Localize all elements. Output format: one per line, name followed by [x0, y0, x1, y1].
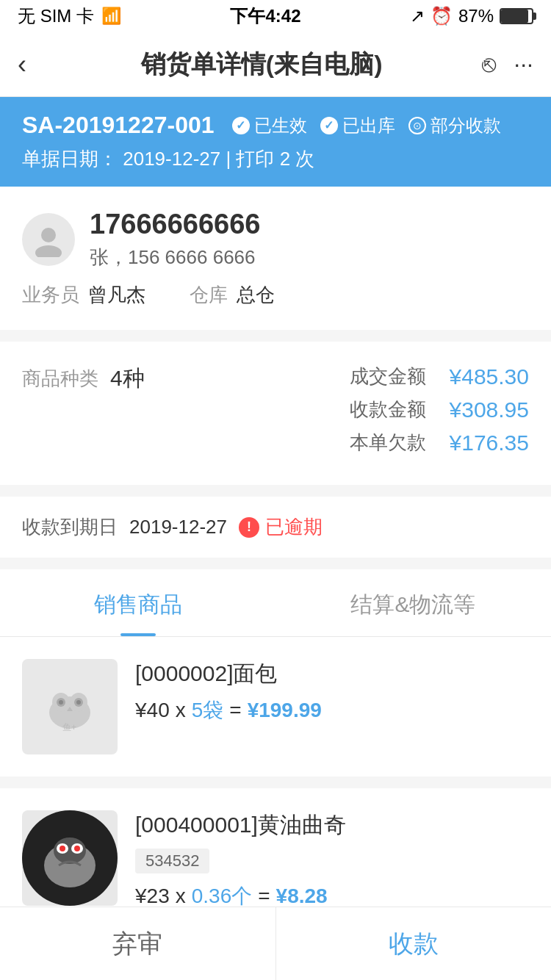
customer-contact: 张，156 6666 6666 [90, 245, 260, 270]
svg-point-1 [35, 245, 62, 257]
product-qty-1: 5袋 [192, 696, 224, 724]
amount-value-1: ¥308.95 [441, 397, 529, 422]
header-band: SA-20191227-001 ✓ 已生效 ✓ 已出库 ⊙ 部分收款 单据日期：… [0, 97, 551, 187]
svg-point-7 [59, 700, 63, 705]
customer-phone: 17666666666 [90, 209, 260, 240]
carrier-label: 无 SIM 卡 [18, 4, 94, 28]
nav-bar: ‹ 销货单详情(来自电脑) ⎋ ··· [0, 32, 551, 97]
clock-icon: ⊙ [408, 117, 426, 134]
product-info-2: [000400001]黄油曲奇 534532 ¥23 x 0.36个 = ¥8.… [135, 810, 529, 910]
amount-row-1: 收款金额 ¥308.95 [350, 397, 529, 422]
summary-left: 商品种类 4种 [22, 364, 145, 394]
sales-name: 曾凡杰 [88, 282, 145, 308]
status-badge-effective: ✓ 已生效 [232, 114, 307, 137]
check-icon-1: ✓ [232, 117, 250, 134]
status-bar: 无 SIM 卡 📶 下午4:42 ↗ ⏰ 87% [0, 0, 551, 32]
amount-label-0: 成交金额 [350, 364, 426, 389]
summary-right: 成交金额 ¥485.30 收款金额 ¥308.95 本单欠款 ¥176.35 [350, 364, 529, 463]
status-badge-shipped: ✓ 已出库 [320, 114, 395, 137]
product-name-1: [0000002]面包 [135, 659, 529, 689]
status-right: ↗ ⏰ 87% [410, 6, 533, 26]
list-item: 鱼+ [0000002]面包 ¥40 x 5袋 = ¥199.99 [0, 637, 551, 777]
amount-label-2: 本单欠款 [350, 430, 426, 455]
due-date-section: 收款到期日 2019-12-27 ! 已逾期 [0, 497, 551, 558]
due-date-value: 2019-12-27 [129, 516, 227, 538]
multiply-icon-1: x [176, 699, 186, 722]
types-count: 4种 [110, 364, 145, 394]
battery-percent: 87% [458, 6, 494, 26]
tabs-row: 销售商品 结算&物流等 [0, 569, 551, 637]
overdue-text: 已逾期 [265, 514, 323, 540]
status-badge-partial: ⊙ 部分收款 [408, 114, 501, 137]
battery-icon [500, 8, 533, 24]
back-button[interactable]: ‹ [18, 42, 41, 87]
svg-point-8 [76, 700, 81, 705]
avatar [22, 213, 75, 266]
customer-meta: 业务员 曾凡杰 仓库 总仓 [22, 282, 529, 308]
product-price-1: ¥40 [135, 699, 170, 722]
amount-value-2: ¥176.35 [441, 430, 529, 455]
equals-icon-1: = [229, 699, 241, 722]
summary-section: 商品种类 4种 成交金额 ¥485.30 收款金额 ¥308.95 本单欠款 ¥… [0, 342, 551, 485]
more-icon[interactable]: ··· [514, 51, 533, 78]
product-total-2: ¥8.28 [276, 884, 328, 908]
location-icon: ↗ [410, 6, 425, 26]
bottom-bar: 弃审 收款 [0, 907, 551, 980]
product-thumb-2 [22, 810, 118, 906]
status-left: 无 SIM 卡 📶 [18, 4, 121, 28]
amount-value-0: ¥485.30 [441, 364, 529, 389]
due-label: 收款到期日 [22, 514, 118, 540]
svg-point-16 [60, 846, 65, 851]
amount-label-1: 收款金额 [350, 397, 426, 422]
sales-label: 业务员 [22, 282, 79, 308]
check-icon-2: ✓ [320, 117, 338, 134]
cancel-button[interactable]: 弃审 [0, 907, 276, 980]
types-label: 商品种类 [22, 366, 98, 392]
customer-details: 17666666666 张，156 6666 6666 [90, 209, 260, 270]
tabs-section: 销售商品 结算&物流等 [0, 569, 551, 637]
customer-row: 17666666666 张，156 6666 6666 [22, 209, 529, 270]
overdue-badge: ! 已逾期 [239, 514, 323, 540]
overdue-icon: ! [239, 517, 259, 538]
amount-row-2: 本单欠款 ¥176.35 [350, 430, 529, 455]
wifi-icon: 📶 [101, 7, 121, 26]
status-badges: ✓ 已生效 ✓ 已出库 ⊙ 部分收款 [232, 114, 501, 137]
page-title: 销货单详情(来自电脑) [41, 48, 482, 82]
warehouse-meta: 仓库 总仓 [190, 282, 275, 308]
amount-row-0: 成交金额 ¥485.30 [350, 364, 529, 389]
svg-point-17 [74, 846, 80, 851]
product-types: 商品种类 4种 [22, 364, 145, 394]
product-price-row-1: ¥40 x 5袋 = ¥199.99 [135, 696, 529, 724]
alarm-icon: ⏰ [431, 6, 453, 26]
nav-actions: ⎋ ··· [482, 51, 533, 78]
multiply-icon-2: x [176, 884, 186, 908]
product-total-1: ¥199.99 [248, 699, 322, 722]
time-label: 下午4:42 [230, 4, 300, 28]
order-id: SA-20191227-001 [22, 112, 215, 139]
warehouse-label: 仓库 [190, 282, 228, 308]
svg-text:鱼+: 鱼+ [62, 722, 76, 732]
share-icon[interactable]: ⎋ [482, 51, 496, 78]
equals-icon-2: = [258, 884, 270, 908]
product-info-1: [0000002]面包 ¥40 x 5袋 = ¥199.99 [135, 659, 529, 724]
order-date-line: 单据日期： 2019-12-27 | 打印 2 次 [22, 146, 529, 172]
sales-meta: 业务员 曾凡杰 [22, 282, 145, 308]
product-price-2: ¥23 [135, 884, 170, 908]
tab-products[interactable]: 销售商品 [0, 569, 276, 636]
product-sku-2: 534532 [135, 849, 209, 873]
tab-settlement[interactable]: 结算&物流等 [276, 569, 551, 636]
customer-section: 17666666666 张，156 6666 6666 业务员 曾凡杰 仓库 总… [0, 187, 551, 330]
product-thumb-1: 鱼+ [22, 659, 118, 754]
warehouse-name: 总仓 [237, 282, 275, 308]
svg-point-0 [41, 228, 56, 242]
confirm-button[interactable]: 收款 [276, 907, 552, 980]
product-name-2: [000400001]黄油曲奇 [135, 810, 529, 840]
